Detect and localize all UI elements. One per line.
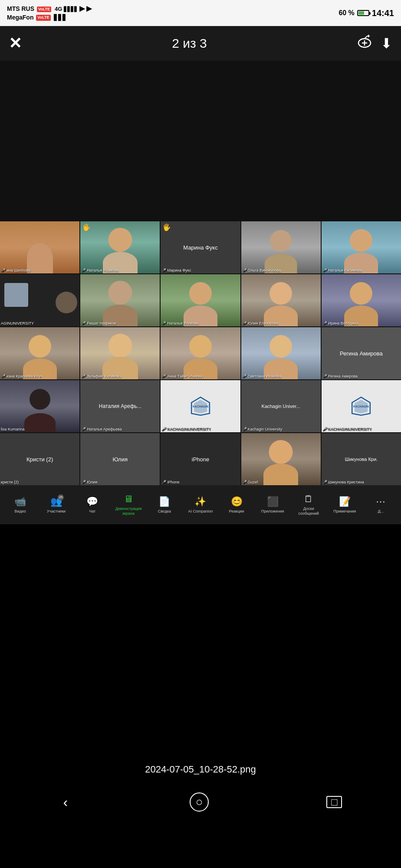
label-kachagin1: 🎤 KACHAGINUNIVERSITY <box>161 427 211 431</box>
tool-summary[interactable]: 📄 Сводка <box>151 496 177 514</box>
black-top-area <box>0 61 401 221</box>
video-cell-arefyeva[interactable]: Наталия Арефь... 🎤 Наталья Арефьева <box>80 380 160 432</box>
hand-icon-ushakova: 🖐 <box>82 223 91 231</box>
video-cell-kachagin2[interactable]: KACHAGIN 🎤 KACHAGINUNIVERSITY <box>322 380 401 432</box>
video-cell-elizarova[interactable]: 🎤 Юлия Елизарова <box>241 274 321 326</box>
label-kumarina: lisa Kumarina <box>1 427 25 431</box>
video-cell-shipova[interactable]: 🎤 ина Шилпова <box>0 221 79 273</box>
video-cell-ushakova[interactable]: 🖐 🎤 Наталья Ушакова <box>80 221 160 273</box>
tool-boards[interactable]: 🗒 Доски сообщений <box>296 493 322 516</box>
signal-4g: 4G <box>55 6 62 12</box>
label-iphone: 🎤 iPhone <box>161 480 179 484</box>
filename-text: 2024-07-05_10-28-52.png <box>145 764 256 775</box>
mic-icon: 🎤 <box>1 268 6 273</box>
center-name-kachagin: Kachagin Univer... <box>262 404 300 409</box>
tool-chat[interactable]: 💬 Чат <box>79 496 105 514</box>
carrier-info: MTS RUS VoLTE 4G ▋▋▋▋ ▶ ▶ MegaFon VoLTE … <box>7 4 92 22</box>
hand-icon-fuks: 🖐 <box>162 223 171 231</box>
video-cell-aginuniversity[interactable]: AGINUNIVERSITY <box>0 274 79 326</box>
volte1-badge: VoLTE <box>37 7 51 13</box>
center-name-shikunova: Шикунова Кри. <box>345 457 378 462</box>
volte2-badge: VoLTE <box>36 15 50 21</box>
tool-reactions[interactable]: 😊 Реакции <box>224 496 250 514</box>
label-fuks: 🎤 Марина Фукс <box>161 268 191 273</box>
tool-more-label: Д... <box>378 509 384 514</box>
apps-icon: ⬛ <box>267 496 279 507</box>
video-cell-kristi[interactable]: Кристи (2) кристи (2) <box>0 433 79 485</box>
tool-summary-label: Сводка <box>158 509 171 514</box>
label-ivanova: 🎤 Светлана Иванова <box>242 374 282 378</box>
kachagin-logo-2: KACHAGIN <box>337 391 385 422</box>
label-volkova: 🎤 Наталья Волкова <box>161 321 198 326</box>
label-khalikova: 🎤 Зульфия Халикова <box>81 374 122 378</box>
label-elizarova: 🎤 Юлия Елизарова <box>242 321 279 326</box>
kachagin-logo-1: KACHAGIN <box>177 391 224 422</box>
video-cell-yulia[interactable]: Юлия 🎤 Юлия <box>80 433 160 485</box>
video-cell-vinokurova[interactable]: 🎤 Ольга Винокурова <box>241 221 321 273</box>
label-kasimova: 🎤 Наталья Касимова <box>322 268 362 273</box>
tool-more[interactable]: ⋯ Д... <box>368 496 394 514</box>
video-cell-volkova[interactable]: 🎤 Наталья Волкова <box>161 274 240 326</box>
video-cell-ivanova[interactable]: 🎤 Светлана Иванова <box>241 327 321 379</box>
tool-screenshare-label: Демонстрация экрана <box>115 506 141 516</box>
home-button[interactable]: ○ <box>190 792 209 812</box>
video-cell-kachagin-univ[interactable]: Kachagin Univer... 🎤 Kachagin University <box>241 380 321 432</box>
reactions-icon: 😊 <box>231 496 243 507</box>
tool-video[interactable]: 📹 Видео <box>7 496 33 514</box>
tool-apps[interactable]: ⬛ Приложения <box>260 496 286 514</box>
tool-screenshare[interactable]: 🖥 Демонстрация экрана <box>115 493 141 516</box>
video-cell-volodina[interactable]: 🎤 Ирина Володина <box>322 274 401 326</box>
recent-button[interactable]: □ <box>326 796 342 808</box>
center-name-fuks: Марина Фукс <box>183 244 217 251</box>
label-kristi: кристи (2) <box>1 480 19 484</box>
battery-icon <box>357 10 369 16</box>
tool-notes[interactable]: 📝 Примечания <box>332 496 358 514</box>
svg-text:KACHAGIN: KACHAGIN <box>193 405 208 408</box>
battery-fill <box>358 11 364 15</box>
add-icon[interactable] <box>357 35 372 53</box>
tool-reactions-label: Реакции <box>229 509 244 514</box>
video-cell-anna[interactable]: 🎤 Анна Тайм (Изиева) <box>161 327 240 379</box>
tool-ai[interactable]: ✨ AI Companion <box>187 496 214 514</box>
chat-icon: 💬 <box>86 496 98 507</box>
video-cell-kumarina[interactable]: lisa Kumarina <box>0 380 79 432</box>
tool-notes-label: Примечания <box>333 509 356 514</box>
label-guzel: 🎤 Guzel <box>242 480 258 484</box>
label-ushakova: 🎤 Наталья Ушакова <box>81 268 119 273</box>
status-bar: MTS RUS VoLTE 4G ▋▋▋▋ ▶ ▶ MegaFon VoLTE … <box>0 0 401 26</box>
top-nav: ✕ 2 из 3 ⬇ <box>0 26 401 61</box>
nav-actions: ⬇ <box>357 35 392 53</box>
back-button[interactable]: ‹ <box>59 790 72 815</box>
tool-video-label: Видео <box>14 509 26 514</box>
black-middle-area <box>0 524 401 754</box>
video-cell-kachagin1[interactable]: KACHAGIN 🎤 KACHAGINUNIVERSITY <box>161 380 240 432</box>
video-cell-shikunova[interactable]: Шикунова Кри. 🎤 Шикунова Кристина <box>322 433 401 485</box>
video-cell-nafikov[interactable]: 🎤 Ришат Нафиков <box>80 274 160 326</box>
screenshare-icon: 🖥 <box>124 493 133 505</box>
close-button[interactable]: ✕ <box>9 34 22 53</box>
clock: 14:41 <box>372 8 394 18</box>
more-icon: ⋯ <box>376 496 385 507</box>
participants-icon: 👥 25 <box>50 496 62 507</box>
video-cell-iphone[interactable]: iPhone 🎤 iPhone <box>161 433 240 485</box>
download-icon[interactable]: ⬇ <box>381 35 392 52</box>
participants-badge: 25 <box>58 494 64 500</box>
carrier2-label: MegaFon VoLTE ▋▋▋ <box>7 13 92 22</box>
label-krasnova: 🎤 кана Краснова Коуч <box>1 374 43 378</box>
video-cell-khalikova[interactable]: 🎤 Зульфия Халикова <box>80 327 160 379</box>
tool-chat-label: Чат <box>89 509 95 514</box>
video-cell-fuks[interactable]: 🖐 Марина Фукс 🎤 Марина Фукс <box>161 221 240 273</box>
video-grid: 🎤 ина Шилпова 🖐 🎤 Наталья Ушакова 🖐 Мари… <box>0 221 401 485</box>
carrier1-label: MTS RUS VoLTE 4G ▋▋▋▋ ▶ ▶ <box>7 4 92 13</box>
tool-participants-label: Участники <box>47 509 66 514</box>
label-kachagin-univ: 🎤 Kachagin University <box>242 427 283 431</box>
video-cell-krasnova[interactable]: 🎤 кана Краснова Коуч <box>0 327 79 379</box>
label-kachagin2: 🎤 KACHAGINUNIVERSITY <box>322 427 372 431</box>
video-cell-amirova[interactable]: Регина Амирова 🎤 Регина Амирова <box>322 327 401 379</box>
tool-participants[interactable]: 👥 25 Участники <box>43 496 69 514</box>
label-amirova: 🎤 Регина Амирова <box>322 374 358 378</box>
label-shikunova: 🎤 Шикунова Кристина <box>322 480 364 484</box>
video-cell-kasimova[interactable]: 🎤 Наталья Касимова <box>322 221 401 273</box>
video-cell-guzel[interactable]: 🎤 Guzel <box>241 433 321 485</box>
label-shipova: 🎤 ина Шилпова <box>1 268 31 273</box>
